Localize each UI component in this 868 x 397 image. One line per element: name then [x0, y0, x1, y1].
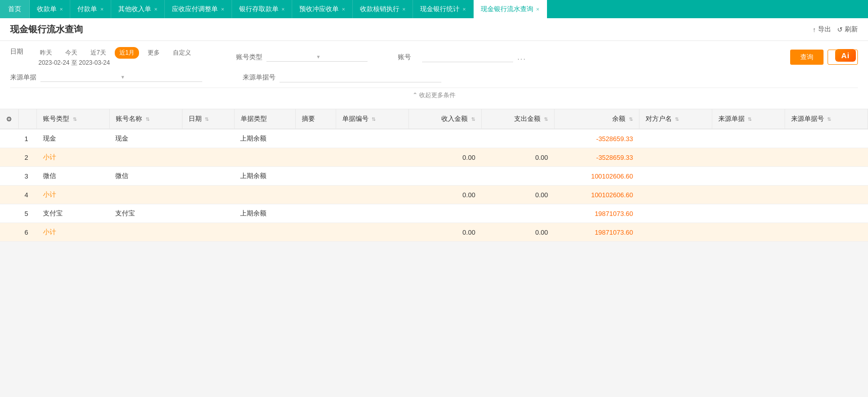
col-income[interactable]: 收入金额 ⇅ [408, 109, 481, 129]
table-row[interactable]: 4小计0.000.00100102606.60 [0, 186, 868, 204]
date-btn-today[interactable]: 今天 [61, 47, 82, 59]
nav-prepay-close[interactable]: × [342, 6, 345, 12]
table-cell [0, 204, 19, 223]
table-cell [712, 186, 785, 204]
table-cell [295, 204, 336, 223]
nav-other-income-close[interactable]: × [154, 6, 157, 12]
col-account-type[interactable]: 账号类型 ⇅ [37, 109, 110, 129]
table-cell [0, 167, 19, 186]
nav-bank-deposit-close[interactable]: × [282, 6, 285, 12]
query-button[interactable]: 查询 [790, 50, 824, 65]
nav-item-ar-ap-adjust[interactable]: 应收应付调整单 × [165, 0, 232, 18]
nav-item-bank-deposit[interactable]: 银行存取款单 × [232, 0, 292, 18]
date-btn-more[interactable]: 更多 [143, 47, 164, 59]
table-header-row: ⚙ 账号类型 ⇅ 账号名称 ⇅ 日期 ⇅ 单据类型 摘要 单据编号 ⇅ 收入金额… [0, 109, 868, 129]
col-balance[interactable]: 余额 ⇅ [554, 109, 639, 129]
table-cell [234, 148, 295, 167]
source-doc-select[interactable]: ▾ [40, 73, 202, 82]
date-btn-custom[interactable]: 自定义 [168, 47, 196, 59]
nav-item-cash-bank-stat[interactable]: 现金银行统计 × [413, 0, 473, 18]
source-doc-no-filter-group: 来源单据号 [243, 72, 441, 82]
account-type-filter-group: 账号类型 ▾ [236, 53, 368, 62]
date-btn-7days[interactable]: 近7天 [86, 47, 111, 59]
source-doc-label: 来源单据 [10, 73, 36, 82]
col-source-doc[interactable]: 来源单据 ⇅ [712, 109, 785, 129]
table-cell [182, 148, 234, 167]
account-input[interactable] [422, 52, 513, 62]
table-cell [639, 129, 712, 148]
ai-badge[interactable]: Ai [835, 49, 856, 62]
filter-row-2: 来源单据 ▾ 来源单据号 [10, 72, 858, 82]
nav-ar-ap-close[interactable]: × [221, 6, 224, 12]
table-cell [481, 129, 554, 148]
table-cell [712, 129, 785, 148]
date-options-group: 昨天 今天 近7天 近1月 更多 自定义 2023-02-24 至 2023-0… [35, 47, 196, 67]
nav-prepay-label: 预收冲应收单 [299, 5, 339, 14]
table-cell [785, 223, 867, 242]
table-row[interactable]: 6小计0.000.0019871073.60 [0, 223, 868, 242]
table-cell [481, 167, 554, 186]
nav-payment-close[interactable]: × [100, 6, 103, 12]
col-settings[interactable]: ⚙ [0, 109, 19, 129]
refresh-icon: ↺ [837, 26, 843, 33]
collapse-icon: ⌃ [413, 92, 419, 99]
nav-item-payment[interactable]: 付款单 × [70, 0, 111, 18]
table-cell: 5 [19, 204, 37, 223]
nav-item-home[interactable]: 首页 [0, 0, 30, 18]
nav-bank-deposit-label: 银行存取款单 [239, 5, 279, 14]
collapse-bar[interactable]: ⌃ 收起更多条件 [10, 87, 858, 103]
col-source-doc-no[interactable]: 来源单据号 ⇅ [785, 109, 867, 129]
table-cell: 上期余额 [234, 129, 295, 148]
table-cell [295, 223, 336, 242]
table-cell: 0.00 [481, 223, 554, 242]
table-cell [182, 167, 234, 186]
table-cell [336, 186, 408, 204]
table-cell: 19871073.60 [554, 223, 639, 242]
date-btn-yesterday[interactable]: 昨天 [35, 47, 57, 59]
table-body: 1现金现金上期余额-3528659.332小计0.000.00-3528659.… [0, 129, 868, 242]
page-header: 现金银行流水查询 ↑ 导出 ↺ 刷新 [0, 18, 868, 41]
nav-cash-bank-stat-close[interactable]: × [463, 6, 466, 12]
col-doc-no[interactable]: 单据编号 ⇅ [336, 109, 408, 129]
nav-item-receipt[interactable]: 收款单 × [30, 0, 70, 18]
table-cell [109, 223, 182, 242]
table-cell: 0.00 [481, 148, 554, 167]
date-btn-1month[interactable]: 近1月 [115, 47, 140, 59]
table-cell: 0.00 [408, 186, 481, 204]
col-account-name[interactable]: 账号名称 ⇅ [109, 109, 182, 129]
table-row[interactable]: 1现金现金上期余额-3528659.33 [0, 129, 868, 148]
table-cell [712, 223, 785, 242]
table-row[interactable]: 2小计0.000.00-3528659.33 [0, 148, 868, 167]
col-date[interactable]: 日期 ⇅ [182, 109, 234, 129]
table-cell [336, 223, 408, 242]
table-row[interactable]: 5支付宝支付宝上期余额19871073.60 [0, 204, 868, 223]
nav-receipt-close[interactable]: × [60, 6, 63, 12]
col-doc-type: 单据类型 [234, 109, 295, 129]
table-cell [109, 148, 182, 167]
col-summary: 摘要 [295, 109, 336, 129]
nav-item-receipt-verify[interactable]: 收款核销执行 × [353, 0, 413, 18]
table-cell [785, 186, 867, 204]
filter-area: 日期 昨天 今天 近7天 近1月 更多 自定义 2023-02-24 至 202… [0, 41, 868, 109]
refresh-button[interactable]: ↺ 刷新 [837, 25, 858, 34]
account-type-select[interactable]: ▾ [266, 53, 368, 62]
nav-receipt-verify-close[interactable]: × [402, 6, 405, 12]
table-cell: 小计 [37, 223, 110, 242]
nav-item-other-income[interactable]: 其他收入单 × [111, 0, 165, 18]
account-label: 账号 [398, 53, 418, 62]
table-cell: 支付宝 [37, 204, 110, 223]
more-options-dots[interactable]: ... [517, 53, 526, 61]
col-expense[interactable]: 支出金额 ⇅ [481, 109, 554, 129]
nav-cash-bank-query-label: 现金银行流水查询 [481, 5, 533, 14]
table-cell: 0.00 [408, 148, 481, 167]
table-row[interactable]: 3微信微信上期余额100102606.60 [0, 167, 868, 186]
table-cell: 6 [19, 223, 37, 242]
table-cell [785, 204, 867, 223]
source-doc-no-input[interactable] [280, 72, 441, 82]
page-title: 现金银行流水查询 [10, 23, 83, 35]
col-counterpart[interactable]: 对方户名 ⇅ [639, 109, 712, 129]
nav-item-prepay-offset[interactable]: 预收冲应收单 × [292, 0, 352, 18]
nav-cash-bank-query-close[interactable]: × [536, 6, 539, 12]
export-button[interactable]: ↑ 导出 [813, 25, 832, 34]
nav-item-cash-bank-query[interactable]: 现金银行流水查询 × [474, 0, 547, 18]
